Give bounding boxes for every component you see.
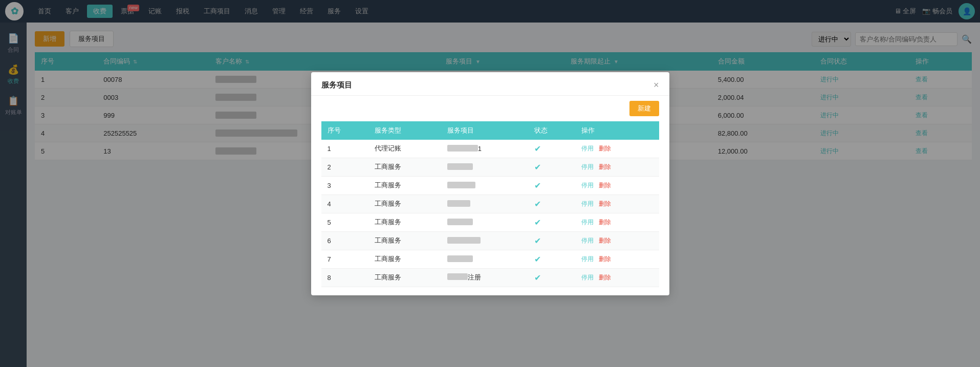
delete-button[interactable]: 删除 xyxy=(599,163,611,171)
modal-cell-type: 工商服务 xyxy=(368,268,441,287)
modal-cell-status: ✔ xyxy=(528,158,576,176)
modal-header: 服务项目 × xyxy=(311,72,669,96)
modal-cell-seq: 3 xyxy=(321,176,369,195)
status-check-icon: ✔ xyxy=(534,273,541,282)
disable-button[interactable]: 停用 xyxy=(581,218,594,227)
modal-col-seq: 序号 xyxy=(321,121,369,140)
modal-new-button[interactable]: 新建 xyxy=(629,101,659,116)
modal-cell-actions: 停用 删除 xyxy=(575,231,659,250)
modal-table-row: 6 工商服务 ✔ 停用 删除 xyxy=(321,231,659,250)
modal-cell-type: 工商服务 xyxy=(368,176,441,195)
modal-table-row: 3 工商服务 ✔ 停用 删除 xyxy=(321,176,659,195)
modal-title: 服务项目 xyxy=(321,80,352,90)
modal-cell-seq: 2 xyxy=(321,158,369,176)
modal-toolbar: 新建 xyxy=(311,96,669,121)
status-check-icon: ✔ xyxy=(534,255,541,264)
modal-cell-item xyxy=(441,158,528,176)
modal-cell-status: ✔ xyxy=(528,195,576,213)
disable-button[interactable]: 停用 xyxy=(581,200,594,208)
modal-close-button[interactable]: × xyxy=(654,80,659,90)
status-check-icon: ✔ xyxy=(534,200,541,208)
modal-table-row: 4 工商服务 ✔ 停用 删除 xyxy=(321,195,659,213)
modal-cell-type: 工商服务 xyxy=(368,158,441,176)
modal-cell-type: 工商服务 xyxy=(368,231,441,250)
status-check-icon: ✔ xyxy=(534,236,541,245)
disable-button[interactable]: 停用 xyxy=(581,236,594,245)
modal-cell-type: 代理记账 xyxy=(368,140,441,158)
modal-cell-status: ✔ xyxy=(528,176,576,195)
service-modal: 服务项目 × 新建 序号 服务类型 服务项目 状态 操作 1 代理记账 xyxy=(311,72,669,295)
modal-col-type: 服务类型 xyxy=(368,121,441,140)
modal-cell-seq: 4 xyxy=(321,195,369,213)
modal-cell-item xyxy=(441,250,528,268)
delete-button[interactable]: 删除 xyxy=(599,218,611,227)
modal-cell-type: 工商服务 xyxy=(368,195,441,213)
modal-cell-actions: 停用 删除 xyxy=(575,140,659,158)
modal-cell-actions: 停用 删除 xyxy=(575,158,659,176)
disable-button[interactable]: 停用 xyxy=(581,255,594,264)
modal-table-row: 7 工商服务 ✔ 停用 删除 xyxy=(321,250,659,268)
disable-button[interactable]: 停用 xyxy=(581,144,594,153)
delete-button[interactable]: 删除 xyxy=(599,236,611,245)
disable-button[interactable]: 停用 xyxy=(581,163,594,171)
modal-cell-status: ✔ xyxy=(528,213,576,231)
overlay: 服务项目 × 新建 序号 服务类型 服务项目 状态 操作 1 代理记账 xyxy=(0,0,980,367)
modal-cell-status: ✔ xyxy=(528,231,576,250)
modal-cell-type: 工商服务 xyxy=(368,213,441,231)
modal-table-header: 序号 服务类型 服务项目 状态 操作 xyxy=(321,121,659,140)
modal-table-row: 1 代理记账 1 ✔ 停用 删除 xyxy=(321,140,659,158)
modal-cell-status: ✔ xyxy=(528,268,576,287)
disable-button[interactable]: 停用 xyxy=(581,181,594,190)
modal-cell-type: 工商服务 xyxy=(368,250,441,268)
delete-button[interactable]: 删除 xyxy=(599,144,611,153)
modal-body: 序号 服务类型 服务项目 状态 操作 1 代理记账 1 ✔ 停用 删除 2 工商… xyxy=(311,121,669,295)
modal-cell-actions: 停用 删除 xyxy=(575,268,659,287)
modal-table-body: 1 代理记账 1 ✔ 停用 删除 2 工商服务 ✔ 停用 删除 3 工商服务 ✔… xyxy=(321,140,659,287)
status-check-icon: ✔ xyxy=(534,218,541,227)
modal-col-action: 操作 xyxy=(575,121,659,140)
modal-cell-item xyxy=(441,231,528,250)
modal-cell-seq: 5 xyxy=(321,213,369,231)
modal-cell-item xyxy=(441,213,528,231)
modal-cell-status: ✔ xyxy=(528,250,576,268)
status-check-icon: ✔ xyxy=(534,144,541,153)
modal-cell-seq: 8 xyxy=(321,268,369,287)
status-check-icon: ✔ xyxy=(534,163,541,171)
modal-cell-status: ✔ xyxy=(528,140,576,158)
modal-table-row: 8 工商服务 注册 ✔ 停用 删除 xyxy=(321,268,659,287)
modal-col-item: 服务项目 xyxy=(441,121,528,140)
status-check-icon: ✔ xyxy=(534,181,541,190)
modal-cell-item: 1 xyxy=(441,140,528,158)
modal-cell-item xyxy=(441,176,528,195)
modal-cell-actions: 停用 删除 xyxy=(575,213,659,231)
modal-cell-actions: 停用 删除 xyxy=(575,176,659,195)
delete-button[interactable]: 删除 xyxy=(599,181,611,190)
modal-cell-actions: 停用 删除 xyxy=(575,195,659,213)
modal-col-status: 状态 xyxy=(528,121,576,140)
modal-cell-item: 注册 xyxy=(441,268,528,287)
modal-table-row: 5 工商服务 ✔ 停用 删除 xyxy=(321,213,659,231)
delete-button[interactable]: 删除 xyxy=(599,273,611,282)
disable-button[interactable]: 停用 xyxy=(581,273,594,282)
modal-cell-seq: 6 xyxy=(321,231,369,250)
modal-cell-actions: 停用 删除 xyxy=(575,250,659,268)
modal-cell-seq: 7 xyxy=(321,250,369,268)
delete-button[interactable]: 删除 xyxy=(599,255,611,264)
delete-button[interactable]: 删除 xyxy=(599,200,611,208)
modal-cell-item xyxy=(441,195,528,213)
modal-table-row: 2 工商服务 ✔ 停用 删除 xyxy=(321,158,659,176)
modal-table: 序号 服务类型 服务项目 状态 操作 1 代理记账 1 ✔ 停用 删除 2 工商… xyxy=(321,121,659,287)
modal-cell-seq: 1 xyxy=(321,140,369,158)
